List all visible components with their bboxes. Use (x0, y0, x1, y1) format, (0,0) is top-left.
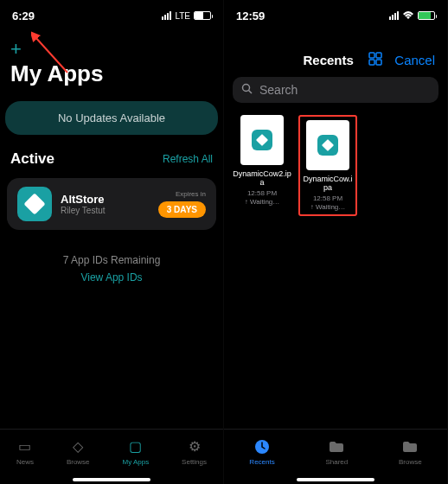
status-time: 6:29 (12, 10, 35, 22)
battery-icon (418, 11, 435, 20)
signal-icon (162, 11, 171, 20)
browse-icon: ◇ (69, 438, 86, 455)
view-app-ids-link[interactable]: View App IDs (0, 271, 223, 283)
cancel-button[interactable]: Cancel (394, 53, 435, 67)
file-item[interactable]: DynamicCow.ipa 12:58 PM ↑ Waiting… (298, 115, 357, 216)
tab-label: Browse (399, 458, 422, 466)
svg-rect-3 (369, 60, 374, 65)
search-input[interactable]: Search (233, 77, 438, 103)
carrier-label: LTE (175, 11, 190, 21)
search-placeholder: Search (259, 83, 298, 97)
file-thumbnail (306, 120, 349, 170)
tab-label: Shared (325, 458, 348, 466)
svg-point-5 (243, 85, 250, 92)
days-badge[interactable]: 3 DAYS (158, 201, 206, 218)
page-title: My Apps (10, 60, 213, 87)
status-time: 12:59 (236, 10, 265, 22)
tab-browse[interactable]: Browse (399, 438, 422, 466)
tab-label: Browse (67, 458, 90, 466)
file-item[interactable]: DynamicCow2.ipa 12:58 PM ↑ Waiting… (233, 115, 291, 216)
tab-label: My Apps (123, 458, 150, 466)
active-heading: Active (10, 150, 54, 168)
left-screenshot: 6:29 LTE + My Apps No Updates Available … (0, 0, 224, 484)
tab-my-apps[interactable]: ▢ My Apps (123, 438, 150, 466)
tab-shared[interactable]: Shared (325, 438, 348, 466)
gear-icon: ⚙ (186, 438, 203, 455)
file-time: 12:58 PM (302, 194, 354, 202)
folder-shared-icon (328, 438, 345, 455)
tab-label: News (16, 458, 34, 466)
status-bar: 6:29 LTE (0, 0, 223, 31)
svg-rect-4 (376, 60, 381, 65)
file-name: DynamicCow2.ipa (233, 170, 291, 188)
tab-label: Recents (249, 458, 274, 466)
status-bar: 12:59 (224, 0, 447, 31)
right-screenshot: 12:59 Recents Cancel Se (224, 0, 448, 484)
refresh-all-button[interactable]: Refresh All (163, 153, 213, 165)
app-card[interactable]: AltStore Riley Testut Expires in 3 DAYS (7, 178, 216, 230)
tab-recents[interactable]: Recents (249, 438, 274, 466)
app-author: Riley Testut (61, 206, 150, 215)
battery-icon (194, 11, 211, 20)
grid-view-icon[interactable] (368, 52, 382, 68)
my-apps-icon: ▢ (127, 438, 144, 455)
home-indicator[interactable] (297, 478, 374, 481)
file-status: ↑ Waiting… (233, 198, 291, 206)
files-grid: DynamicCow2.ipa 12:58 PM ↑ Waiting… Dyna… (224, 111, 447, 220)
file-status: ↑ Waiting… (302, 203, 354, 211)
file-thumbnail (240, 115, 284, 165)
file-time: 12:58 PM (233, 189, 291, 197)
svg-rect-1 (369, 53, 374, 58)
picker-title: Recents (303, 53, 353, 67)
wifi-icon (402, 11, 414, 20)
signal-icon (389, 11, 399, 20)
tab-bar: Recents Shared Browse (224, 429, 447, 484)
folder-icon (401, 438, 419, 455)
add-button[interactable]: + (10, 38, 22, 60)
updates-label: No Updates Available (58, 111, 165, 124)
updates-pill[interactable]: No Updates Available (5, 101, 218, 135)
news-icon: ▭ (16, 438, 34, 455)
altstore-icon (17, 187, 52, 221)
tab-settings[interactable]: ⚙ Settings (182, 438, 207, 466)
tab-news[interactable]: ▭ News (16, 438, 34, 466)
svg-line-6 (249, 91, 253, 94)
clock-icon (253, 438, 271, 455)
home-indicator[interactable] (73, 478, 150, 481)
ids-remaining: 7 App IDs Remaining (0, 254, 223, 266)
app-name: AltStore (61, 193, 150, 206)
tab-label: Settings (182, 458, 207, 466)
file-name: DynamicCow.ipa (302, 175, 354, 193)
expires-label: Expires in (158, 190, 206, 198)
search-icon (241, 83, 253, 97)
tab-bar: ▭ News ◇ Browse ▢ My Apps ⚙ Settings (0, 429, 223, 484)
tab-browse[interactable]: ◇ Browse (67, 438, 90, 466)
svg-rect-2 (376, 53, 381, 58)
